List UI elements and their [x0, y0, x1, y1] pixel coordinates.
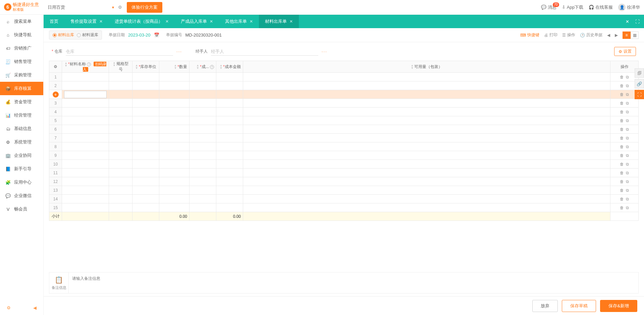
row-delete-icon[interactable]: 🗑	[620, 144, 624, 149]
print-button[interactable]: 🖨 打印	[544, 32, 557, 38]
row-delete-icon[interactable]: 🗑	[620, 205, 624, 210]
row-delete-icon[interactable]: 🗑	[620, 153, 624, 158]
gear-icon[interactable]: ⚙	[118, 5, 122, 10]
tab[interactable]: 进货单统计表（按商品）✕	[109, 15, 175, 28]
table-row[interactable]: 5🗑⧉	[49, 116, 639, 125]
save-new-button[interactable]: 保存&新增	[600, 300, 637, 312]
table-row[interactable]: 1🗑⧉	[49, 73, 639, 81]
col-spec[interactable]: ▲▼规格型号	[109, 61, 132, 73]
row-copy-icon[interactable]: ⧉	[626, 179, 629, 184]
tab-close-all-icon[interactable]: ✕	[623, 17, 631, 25]
online-support-button[interactable]: 🎧 在线客服	[589, 4, 613, 10]
tab[interactable]: 其他出库单✕	[219, 15, 259, 28]
brand-logo[interactable]: 6 畅捷通好生意 标准版	[4, 2, 44, 12]
table-row[interactable]: 13🗑⧉	[49, 186, 639, 195]
table-row[interactable]: 10🗑⧉	[49, 160, 639, 169]
row-copy-icon[interactable]: ⧉	[626, 153, 629, 158]
row-delete-icon[interactable]: 🗑	[620, 118, 624, 123]
table-row[interactable]: 11🗑⧉	[49, 169, 639, 177]
row-delete-icon[interactable]: 🗑	[620, 188, 624, 193]
discard-button[interactable]: 放弃	[532, 300, 558, 312]
col-cost-amount[interactable]: ▲▼*成本金额	[216, 61, 243, 73]
column-settings-button[interactable]: ⚙ 设置	[614, 47, 636, 56]
help-icon[interactable]: ?	[87, 62, 91, 66]
row-delete-icon[interactable]: 🗑	[620, 92, 624, 97]
rail-link-icon[interactable]: 🔗	[635, 79, 644, 88]
tab[interactable]: 材料出库单✕	[259, 15, 299, 28]
tab-close-icon[interactable]: ✕	[250, 19, 253, 24]
table-row[interactable]: 6🗑⧉	[49, 125, 639, 134]
add-row-icon[interactable]: +	[53, 91, 59, 98]
row-copy-icon[interactable]: ⧉	[626, 92, 629, 97]
prev-doc-icon[interactable]: ◀	[607, 33, 610, 38]
table-row[interactable]: 14🗑⧉	[49, 195, 639, 203]
row-delete-icon[interactable]: 🗑	[620, 83, 624, 88]
tab-close-icon[interactable]: ✕	[210, 19, 213, 24]
col-unit[interactable]: ▲▼*库存单位	[132, 61, 159, 73]
sidebar-item[interactable]: 🧾销售管理	[0, 55, 43, 68]
col-cost[interactable]: ▲▼*成... ?	[190, 61, 216, 73]
table-row[interactable]: 9🗑⧉	[49, 151, 639, 160]
rail-expand-icon[interactable]: ⛶	[635, 90, 644, 99]
cta-button[interactable]: 体验行业方案	[127, 2, 162, 13]
history-button[interactable]: 🕑 历史单据	[580, 32, 602, 38]
radio-outbound[interactable]: 材料出库	[53, 32, 74, 38]
sidebar-item[interactable]: 🏷营销推广	[0, 42, 43, 55]
sidebar-item[interactable]: 📘新手引导	[0, 162, 43, 176]
tab-close-icon[interactable]: ✕	[165, 19, 169, 24]
material-cell-input[interactable]	[64, 91, 107, 98]
table-row[interactable]: 4🗑⧉	[49, 108, 639, 116]
row-delete-icon[interactable]: 🗑	[620, 127, 624, 132]
sidebar-item[interactable]: ⌂快捷导航	[0, 28, 43, 42]
sidebar-item[interactable]: V畅会员	[0, 202, 43, 216]
user-menu[interactable]: 👤 徐泽华	[618, 4, 640, 11]
tab-expand-icon[interactable]: ⛶	[633, 17, 641, 25]
remark-input[interactable]	[69, 272, 638, 293]
shortcut-button[interactable]: ⌨ 快捷键	[520, 32, 539, 38]
row-copy-icon[interactable]: ⧉	[626, 75, 629, 79]
scan-badge[interactable]: 扫码录入	[83, 62, 106, 72]
row-delete-icon[interactable]: 🗑	[620, 136, 624, 140]
row-copy-icon[interactable]: ⧉	[626, 101, 629, 106]
table-row[interactable]: +🗑⧉	[49, 90, 639, 99]
table-row[interactable]: 12🗑⧉	[49, 177, 639, 186]
table-row[interactable]: 7🗑⧉	[49, 134, 639, 142]
tab[interactable]: 首页	[44, 15, 64, 28]
rail-attach-icon[interactable]: 🗐	[635, 68, 644, 78]
tab[interactable]: 产成品入库单✕	[175, 15, 219, 28]
col-qty[interactable]: ▲▼*数量	[159, 61, 190, 73]
row-delete-icon[interactable]: 🗑	[620, 171, 624, 175]
operate-button[interactable]: ☰ 操作	[562, 32, 575, 38]
tab-close-icon[interactable]: ✕	[289, 19, 293, 24]
row-copy-icon[interactable]: ⧉	[626, 205, 629, 210]
calendar-icon[interactable]: 📅	[154, 33, 159, 38]
sidebar-item[interactable]: 💰资金管理	[0, 95, 43, 109]
sidebar-item[interactable]: 💬企业微信	[0, 189, 43, 202]
col-gear[interactable]: ⚙	[49, 61, 62, 73]
sidebar-item[interactable]: 🧩应用中心	[0, 176, 43, 189]
table-row[interactable]: 3🗑⧉	[49, 99, 639, 108]
sidebar-item[interactable]: ⚙系统管理	[0, 135, 43, 149]
industry-selector[interactable]: 日用百货 ▾	[48, 4, 118, 10]
date-value[interactable]: 2023-03-20	[128, 33, 151, 38]
sidebar-item[interactable]: 🛒采购管理	[0, 68, 43, 82]
radio-return[interactable]: 材料退库	[77, 32, 98, 38]
table-row[interactable]: 15🗑⧉	[49, 203, 639, 212]
sidebar-collapse-icon[interactable]: ◀	[33, 305, 37, 310]
sidebar-settings-icon[interactable]: ⚙	[7, 305, 11, 310]
app-download-button[interactable]: ⇩ App下载	[562, 4, 583, 10]
messages-button[interactable]: 💬 消息 70	[541, 4, 556, 10]
row-copy-icon[interactable]: ⧉	[626, 110, 629, 114]
table-row[interactable]: 8🗑⧉	[49, 142, 639, 151]
sidebar-item[interactable]: 🏢企业协同	[0, 149, 43, 162]
row-copy-icon[interactable]: ⧉	[626, 136, 629, 140]
view-card-icon[interactable]: ▦	[631, 32, 639, 39]
row-delete-icon[interactable]: 🗑	[620, 179, 624, 184]
sidebar-item[interactable]: 📦库存核算	[0, 82, 43, 95]
view-list-icon[interactable]: ≡	[623, 32, 631, 39]
warehouse-input[interactable]	[66, 48, 173, 56]
row-copy-icon[interactable]: ⧉	[626, 127, 629, 132]
row-copy-icon[interactable]: ⧉	[626, 188, 629, 193]
row-copy-icon[interactable]: ⧉	[626, 144, 629, 149]
row-copy-icon[interactable]: ⧉	[626, 162, 629, 167]
